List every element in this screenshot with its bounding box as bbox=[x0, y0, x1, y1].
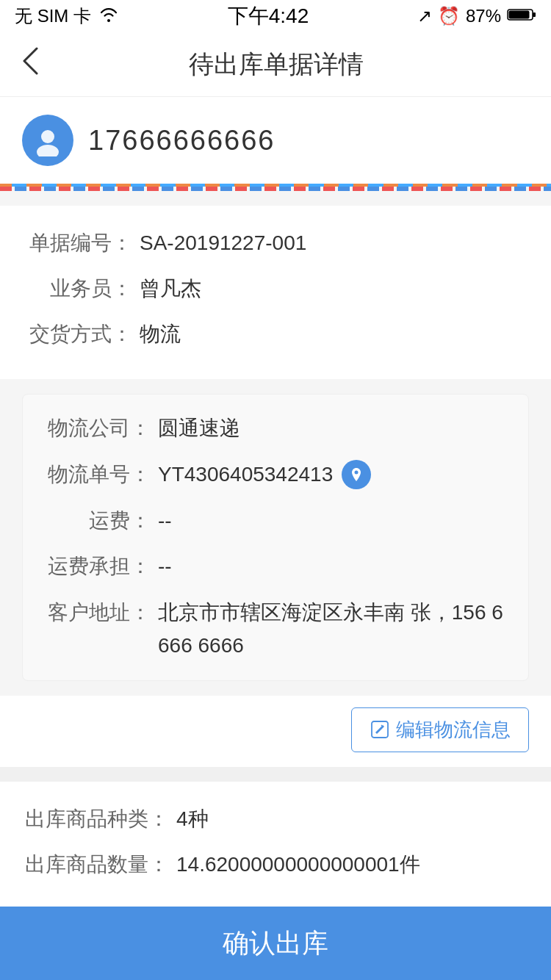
svg-point-4 bbox=[37, 145, 59, 156]
address-label: 客户地址： bbox=[40, 597, 151, 630]
delivery-value: 物流 bbox=[132, 319, 529, 350]
customer-phone: 17666666666 bbox=[88, 125, 275, 156]
document-info-card: 单据编号： SA-20191227-001 业务员： 曾凡杰 交货方式： 物流 bbox=[0, 206, 551, 379]
goods-quantity-row: 出库商品数量： 14.62000000000000001件 bbox=[22, 849, 529, 880]
tracking-label: 物流单号： bbox=[40, 458, 151, 491]
goods-type-label: 出库商品种类： bbox=[22, 804, 169, 835]
carrier-text: 无 SIM 卡 bbox=[15, 4, 91, 28]
edit-logistics-button[interactable]: 编辑物流信息 bbox=[351, 707, 529, 752]
delivery-label: 交货方式： bbox=[22, 319, 132, 350]
customer-header: 17666666666 bbox=[0, 97, 551, 187]
tracking-value: YT4306405342413 bbox=[151, 458, 511, 491]
address-value: 北京市市辖区海淀区永丰南 张，156 6666 6666 bbox=[151, 597, 511, 663]
goods-quantity-label: 出库商品数量： bbox=[22, 849, 169, 880]
doc-number-label: 单据编号： bbox=[22, 228, 132, 259]
logistics-company-value: 圆通速递 bbox=[151, 412, 511, 445]
salesperson-label: 业务员： bbox=[22, 273, 132, 304]
section-divider bbox=[0, 767, 551, 782]
tracking-row: 物流单号： YT4306405342413 bbox=[40, 458, 511, 491]
goods-quantity-value: 14.62000000000000001件 bbox=[169, 849, 529, 880]
svg-point-5 bbox=[355, 471, 359, 475]
nav-bar: 待出库单据详情 bbox=[0, 32, 551, 97]
freight-value: -- bbox=[151, 505, 511, 538]
logistics-company-row: 物流公司： 圆通速递 bbox=[40, 412, 511, 445]
goods-card: 出库商品种类： 4种 出库商品数量： 14.62000000000000001件 bbox=[0, 782, 551, 909]
goods-type-row: 出库商品种类： 4种 bbox=[22, 804, 529, 835]
doc-number-row: 单据编号： SA-20191227-001 bbox=[22, 228, 529, 259]
edit-logistics-label: 编辑物流信息 bbox=[396, 717, 511, 743]
location-status-icon: ↗ bbox=[417, 6, 432, 26]
svg-point-3 bbox=[41, 130, 54, 143]
status-bar: 无 SIM 卡 下午4:42 ↗ ⏰ 87% bbox=[0, 0, 551, 32]
battery-icon bbox=[507, 6, 536, 26]
status-time: 下午4:42 bbox=[228, 2, 309, 30]
logistics-card: 物流公司： 圆通速递 物流单号： YT4306405342413 运费： -- … bbox=[22, 394, 529, 681]
salesperson-row: 业务员： 曾凡杰 bbox=[22, 273, 529, 304]
svg-rect-2 bbox=[509, 11, 530, 19]
back-button[interactable] bbox=[22, 47, 38, 82]
battery-text: 87% bbox=[466, 6, 501, 26]
doc-number-value: SA-20191227-001 bbox=[132, 228, 529, 259]
delivery-row: 交货方式： 物流 bbox=[22, 319, 529, 350]
tracking-location-icon[interactable] bbox=[342, 460, 371, 489]
page-title: 待出库单据详情 bbox=[53, 48, 500, 82]
freight-bearer-label: 运费承担： bbox=[40, 550, 151, 583]
alarm-icon: ⏰ bbox=[438, 6, 460, 26]
confirm-label: 确认出库 bbox=[223, 926, 328, 962]
edit-logistics-section: 编辑物流信息 bbox=[0, 696, 551, 767]
confirm-button[interactable]: 确认出库 bbox=[0, 907, 551, 980]
goods-type-value: 4种 bbox=[169, 804, 529, 835]
freight-bearer-value: -- bbox=[151, 550, 511, 583]
salesperson-value: 曾凡杰 bbox=[132, 273, 529, 304]
svg-rect-1 bbox=[533, 12, 536, 17]
dashed-separator bbox=[0, 187, 551, 191]
address-row: 客户地址： 北京市市辖区海淀区永丰南 张，156 6666 6666 bbox=[40, 597, 511, 663]
freight-row: 运费： -- bbox=[40, 505, 511, 538]
freight-label: 运费： bbox=[40, 505, 151, 538]
wifi-icon bbox=[98, 6, 119, 26]
freight-bearer-row: 运费承担： -- bbox=[40, 550, 511, 583]
status-right: ↗ ⏰ 87% bbox=[417, 6, 536, 26]
logistics-company-label: 物流公司： bbox=[40, 412, 151, 445]
avatar bbox=[22, 115, 73, 166]
status-left: 无 SIM 卡 bbox=[15, 4, 119, 28]
